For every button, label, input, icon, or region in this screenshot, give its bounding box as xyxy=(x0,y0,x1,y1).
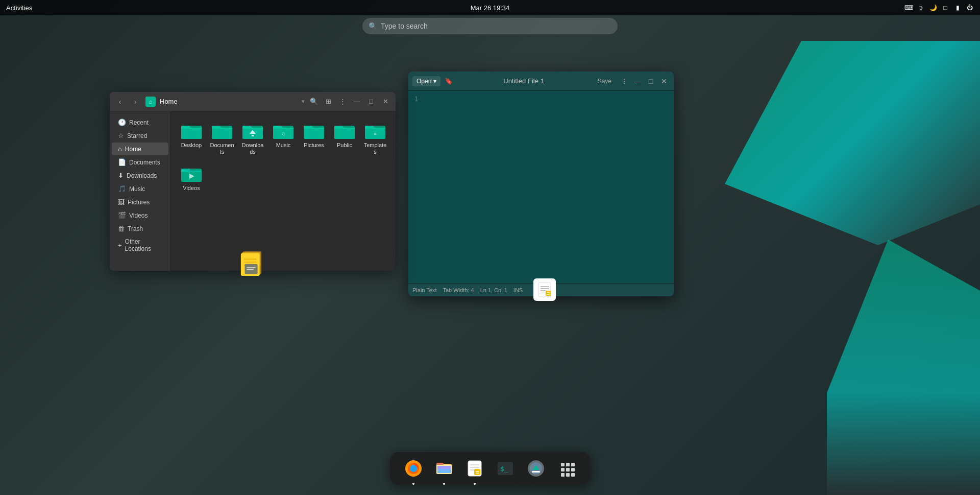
fm-toolbar-right: 🔍 ⊞ ⋮ — □ ✕ xyxy=(308,96,391,108)
sidebar-item-recent[interactable]: 🕐 Recent xyxy=(112,116,168,129)
fm-sidebar: 🕐 Recent ☆ Starred ⌂ Home 📄 Documents ⬇ … xyxy=(110,111,171,271)
activities-button[interactable]: Activities xyxy=(6,4,32,12)
music-icon: 🎵 xyxy=(118,185,126,193)
topbar-system-icons: ⌨ ☺ 🌙 □ ▮ ⏻ xyxy=(904,4,974,12)
sidebar-item-videos[interactable]: 🎬 Videos xyxy=(112,209,168,222)
text-editor-window: Open ▾ 🔖 Untitled File 1 Save ⋮ — □ ✕ 1 … xyxy=(408,72,674,296)
svg-text:≡: ≡ xyxy=(374,131,376,136)
home-icon: ⌂ xyxy=(118,145,122,153)
window-icon: □ xyxy=(941,4,949,12)
fm-search-button[interactable]: 🔍 xyxy=(308,96,320,108)
sidebar-item-label: Other Locations xyxy=(125,238,162,252)
folder-documents-icon xyxy=(211,121,233,140)
sidebar-item-home[interactable]: ⌂ Home xyxy=(112,143,168,155)
folder-public[interactable]: Public xyxy=(330,117,359,158)
sidebar-item-label: Music xyxy=(129,185,145,193)
folder-templates[interactable]: ≡ Templates xyxy=(361,117,389,158)
fm-titlebar: ‹ › ⌂ Home ▾ 🔍 ⊞ ⋮ — □ ✕ xyxy=(110,92,396,111)
battery-icon: ▮ xyxy=(953,4,962,12)
starred-icon: ☆ xyxy=(118,132,124,139)
recent-icon: 🕐 xyxy=(118,119,126,126)
folder-downloads[interactable]: Downloads xyxy=(238,117,267,158)
folder-music[interactable]: ♫ Music xyxy=(269,117,298,158)
svg-rect-64 xyxy=(571,468,575,472)
te-titlebar: Open ▾ 🔖 Untitled File 1 Save ⋮ — □ ✕ xyxy=(408,72,674,91)
te-window-controls: ⋮ — □ ✕ xyxy=(619,76,670,87)
folder-pictures[interactable]: Pictures xyxy=(300,117,328,158)
taskbar-firefox-dot xyxy=(412,483,414,485)
fm-body: 🕐 Recent ☆ Starred ⌂ Home 📄 Documents ⬇ … xyxy=(110,111,396,271)
accessibility-icon: ☺ xyxy=(917,4,925,12)
fm-close-button[interactable]: ✕ xyxy=(379,96,391,108)
fm-forward-button[interactable]: › xyxy=(129,96,141,108)
taskbar: $_ xyxy=(390,452,590,485)
svg-rect-42 xyxy=(436,463,444,465)
sidebar-item-trash[interactable]: 🗑 Trash xyxy=(112,222,168,235)
te-maximize-button[interactable]: □ xyxy=(645,76,656,87)
svg-rect-4 xyxy=(546,291,551,296)
floating-file-manager[interactable] xyxy=(239,249,270,280)
svg-rect-22 xyxy=(334,128,355,139)
sidebar-item-label: Pictures xyxy=(128,199,150,206)
taskbar-editor-dot xyxy=(474,483,476,485)
svg-rect-67 xyxy=(571,473,575,477)
fm-maximize-button[interactable]: □ xyxy=(365,96,377,108)
sidebar-item-music[interactable]: 🎵 Music xyxy=(112,182,168,195)
folder-downloads-icon xyxy=(242,121,263,140)
svg-rect-59 xyxy=(561,463,565,466)
sidebar-item-pictures[interactable]: 🖼 Pictures xyxy=(112,196,168,208)
floating-fm-inner xyxy=(239,249,265,276)
folder-desktop[interactable]: Desktop xyxy=(177,117,206,158)
te-minimize-button[interactable]: — xyxy=(632,76,643,87)
svg-text:♫: ♫ xyxy=(281,131,285,136)
fm-menu-button[interactable]: ⋮ xyxy=(336,96,349,108)
te-close-button[interactable]: ✕ xyxy=(658,76,670,87)
folder-videos-icon xyxy=(181,163,202,183)
search-bar[interactable]: 🔍 xyxy=(362,18,618,34)
taskbar-files-dot xyxy=(443,483,445,485)
folder-documents[interactable]: Documents xyxy=(208,117,236,158)
folder-music-icon: ♫ xyxy=(273,121,294,140)
te-save-button[interactable]: Save xyxy=(594,76,616,86)
taskbar-terminal[interactable]: $_ xyxy=(492,455,519,482)
taskbar-download-manager[interactable] xyxy=(523,455,549,482)
taskbar-editor[interactable] xyxy=(461,455,488,482)
te-bookmark-icon[interactable]: 🔖 xyxy=(444,76,454,86)
svg-rect-15 xyxy=(252,135,254,136)
te-app-icon xyxy=(533,278,556,301)
folder-desktop-label: Desktop xyxy=(181,142,202,149)
search-input[interactable] xyxy=(362,18,618,34)
svg-rect-63 xyxy=(566,468,570,472)
folder-videos[interactable]: Videos xyxy=(177,160,206,195)
taskbar-app-grid[interactable] xyxy=(553,455,580,482)
documents-icon: 📄 xyxy=(118,158,126,166)
fm-back-button[interactable]: ‹ xyxy=(114,96,126,108)
folder-public-icon xyxy=(334,121,355,140)
svg-rect-58 xyxy=(532,471,540,473)
taskbar-firefox[interactable] xyxy=(400,455,427,482)
te-menu-button[interactable]: ⋮ xyxy=(619,76,630,87)
sidebar-item-label: Videos xyxy=(129,212,148,219)
svg-rect-35 xyxy=(245,264,258,274)
sidebar-item-downloads[interactable]: ⬇ Downloads xyxy=(112,169,168,182)
sidebar-item-label: Home xyxy=(125,146,141,153)
fm-minimize-button[interactable]: — xyxy=(351,96,363,108)
sidebar-item-other[interactable]: + Other Locations xyxy=(112,235,168,255)
svg-rect-50 xyxy=(474,469,480,475)
folder-desktop-icon xyxy=(181,121,202,140)
te-open-button[interactable]: Open ▾ xyxy=(412,76,440,86)
sidebar-item-documents[interactable]: 📄 Documents xyxy=(112,156,168,169)
folder-templates-icon: ≡ xyxy=(364,121,386,140)
svg-rect-45 xyxy=(437,466,451,469)
search-icon: 🔍 xyxy=(369,22,377,30)
taskbar-files[interactable] xyxy=(431,455,457,482)
te-open-arrow-icon: ▾ xyxy=(433,78,436,85)
te-content-area[interactable]: 1 xyxy=(408,91,674,283)
fm-path: Home xyxy=(160,98,299,105)
te-mode: INS xyxy=(513,287,523,293)
folder-documents-label: Documents xyxy=(210,142,234,155)
sidebar-item-starred[interactable]: ☆ Starred xyxy=(112,129,168,142)
fm-view-button[interactable]: ⊞ xyxy=(322,96,334,108)
pictures-icon: 🖼 xyxy=(118,198,125,206)
clock: Mar 26 19:34 xyxy=(471,4,510,12)
